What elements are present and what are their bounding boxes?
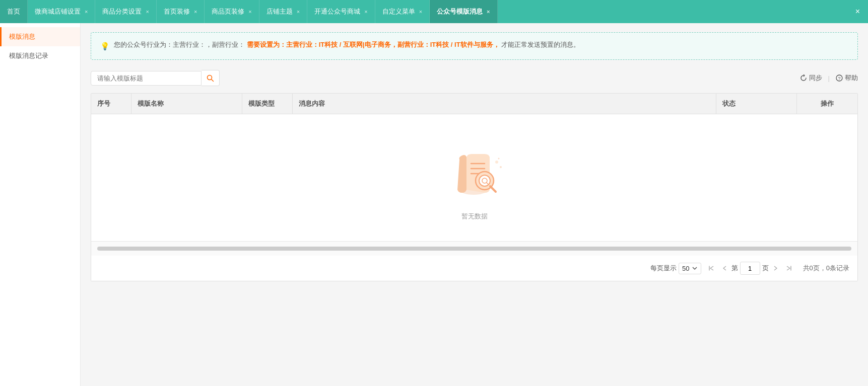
nav-tab-micro-shop[interactable]: 微商城店铺设置 × <box>28 0 95 23</box>
nav-tab-open-mall-label: 开通公众号商城 <box>314 7 360 16</box>
nav-tab-custom-menu-close[interactable]: × <box>419 9 422 15</box>
nav-tab-template-msg-label: 公众号模版消息 <box>437 7 483 16</box>
svg-point-13 <box>495 161 498 164</box>
sidebar-item-template-msg-record[interactable]: 模版消息记录 <box>0 46 80 65</box>
page-next-icon <box>773 265 778 271</box>
sync-label: 同步 <box>809 73 822 83</box>
th-content: 消息内容 <box>293 94 716 114</box>
nav-tab-product-category[interactable]: 商品分类设置 × <box>95 0 156 23</box>
content-area: 💡 您的公众号行业为：主营行业：，副营行业： 需要设置为：主营行业：IT科技 /… <box>81 23 868 386</box>
page-size-dropdown[interactable]: 50 <box>679 263 701 274</box>
page-last-button[interactable] <box>783 262 795 274</box>
help-icon: ? <box>836 74 843 82</box>
page-size-select: 每页显示 50 <box>650 263 701 274</box>
sidebar: 模版消息 模版消息记录 <box>0 23 81 386</box>
nav-tab-shop-theme[interactable]: 店铺主题 × <box>259 0 307 23</box>
nav-tab-home[interactable]: 首页 <box>0 0 28 23</box>
nav-tab-custom-menu[interactable]: 自定义菜单 × <box>375 0 430 23</box>
sync-button[interactable]: 同步 <box>800 73 822 83</box>
nav-tab-home-label: 首页 <box>7 7 20 16</box>
search-bar: 同步 | ? 帮助 <box>91 70 858 86</box>
help-button[interactable]: ? 帮助 <box>836 73 858 83</box>
page-last-icon <box>786 265 792 271</box>
search-button[interactable] <box>202 70 220 86</box>
pagination-bar: 每页显示 50 <box>91 256 857 281</box>
nav-tab-product-decor-close[interactable]: × <box>248 9 251 15</box>
page-first-button[interactable] <box>705 262 717 274</box>
search-right: 同步 | ? 帮助 <box>800 73 858 83</box>
page-size-value: 50 <box>682 265 689 272</box>
page-input-group: 第 页 <box>731 262 769 275</box>
page-total: 共0页，0条记录 <box>803 264 849 273</box>
notice-box: 💡 您的公众号行业为：主营行业：，副营行业： 需要设置为：主营行业：IT科技 /… <box>91 32 858 60</box>
close-all-button[interactable]: × <box>847 0 868 23</box>
page-first-icon <box>708 265 714 271</box>
empty-state-text: 暂无数据 <box>461 212 488 221</box>
page-next-button[interactable] <box>770 262 782 274</box>
page-prefix: 第 <box>731 264 738 273</box>
top-nav: 首页 微商城店铺设置 × 商品分类设置 × 首页装修 × 商品页装修 × 店铺主… <box>0 0 868 23</box>
th-status: 状态 <box>716 94 797 114</box>
nav-tab-template-msg-close[interactable]: × <box>487 9 490 15</box>
page-prev-button[interactable] <box>718 262 730 274</box>
search-left <box>91 70 220 86</box>
nav-tab-custom-menu-label: 自定义菜单 <box>382 7 415 16</box>
search-input[interactable] <box>91 71 202 86</box>
table-container: 序号 模版名称 模版类型 消息内容 状态 操作 <box>91 93 858 281</box>
th-type: 模版类型 <box>242 94 293 114</box>
page-nav-buttons: 第 页 <box>705 262 795 275</box>
svg-point-9 <box>479 175 490 186</box>
horizontal-scrollbar[interactable] <box>97 247 851 251</box>
page-number-input[interactable] <box>740 262 760 275</box>
nav-tab-product-category-close[interactable]: × <box>146 9 149 15</box>
divider: | <box>828 74 830 82</box>
nav-tab-home-decor[interactable]: 首页装修 × <box>157 0 205 23</box>
search-icon <box>207 74 214 82</box>
nav-tab-micro-shop-label: 微商城店铺设置 <box>35 7 81 16</box>
nav-tab-shop-theme-label: 店铺主题 <box>266 7 293 16</box>
help-label: 帮助 <box>845 73 858 83</box>
page-prev-icon <box>722 265 727 271</box>
notice-text: 您的公众号行业为：主营行业：，副营行业： 需要设置为：主营行业：IT科技 / 互… <box>114 40 580 50</box>
svg-line-10 <box>490 186 496 192</box>
nav-tab-product-decor[interactable]: 商品页装修 × <box>205 0 259 23</box>
svg-text:?: ? <box>838 76 840 81</box>
main-layout: 模版消息 模版消息记录 💡 您的公众号行业为：主营行业：，副营行业： 需要设置为… <box>0 23 868 386</box>
svg-line-1 <box>212 79 214 81</box>
nav-tab-open-mall-close[interactable]: × <box>364 9 367 15</box>
nav-tab-template-msg[interactable]: 公众号模版消息 × <box>430 0 497 23</box>
sync-icon <box>800 74 807 82</box>
svg-point-14 <box>500 166 502 168</box>
scrollbar-area <box>91 241 857 256</box>
th-name: 模版名称 <box>131 94 242 114</box>
notice-icon: 💡 <box>100 40 110 52</box>
th-action: 操作 <box>797 94 857 114</box>
page-label: 页 <box>762 264 769 273</box>
nav-tab-product-category-label: 商品分类设置 <box>102 7 142 16</box>
empty-state-icon <box>444 144 505 205</box>
chevron-down-icon <box>692 265 698 271</box>
nav-tab-micro-shop-close[interactable]: × <box>85 9 88 15</box>
nav-tab-home-decor-label: 首页装修 <box>164 7 190 16</box>
th-seq: 序号 <box>91 94 131 114</box>
sidebar-item-template-msg[interactable]: 模版消息 <box>0 27 80 46</box>
nav-tab-open-mall[interactable]: 开通公众号商城 × <box>307 0 375 23</box>
page-size-label: 每页显示 <box>650 264 677 273</box>
nav-tab-home-decor-close[interactable]: × <box>194 9 197 15</box>
nav-tab-shop-theme-close[interactable]: × <box>297 9 300 15</box>
empty-state: 暂无数据 <box>91 114 857 241</box>
nav-tab-product-decor-label: 商品页装修 <box>212 7 244 16</box>
table-header: 序号 模版名称 模版类型 消息内容 状态 操作 <box>91 94 857 114</box>
svg-point-15 <box>498 158 499 160</box>
